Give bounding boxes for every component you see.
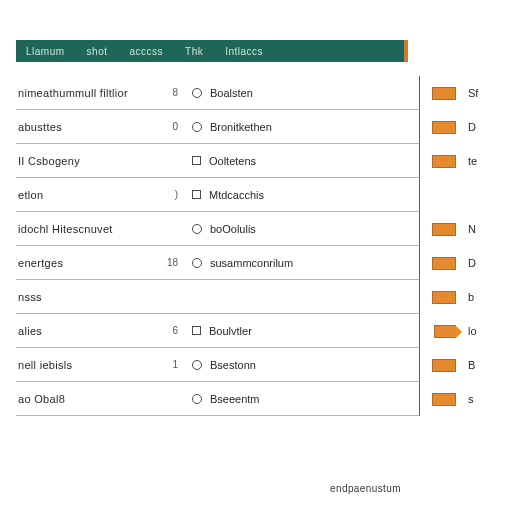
status-block-icon: [432, 359, 456, 372]
row-index: 0: [160, 110, 182, 144]
table-row: idochl HitescnuvetboOolulisN: [16, 212, 496, 246]
row-label: alies: [16, 314, 160, 348]
radio-icon[interactable]: [192, 122, 202, 132]
row-indicator-cell: [420, 178, 460, 212]
table-row: enertges18susammconrilumD: [16, 246, 496, 280]
row-value-cell: Ooltetens: [182, 144, 420, 178]
status-block-icon: [432, 87, 456, 100]
footnote-text: endpaenustum: [330, 483, 401, 494]
status-block-icon: [432, 121, 456, 134]
row-tail-text: B: [460, 348, 504, 382]
table-row: nell iebisls1BsestonnB: [16, 348, 496, 382]
row-label: nimeathummull filtlior: [16, 76, 160, 110]
row-tail-text: s: [460, 382, 504, 416]
row-value-cell: Boalsten: [182, 76, 420, 110]
row-index: [160, 212, 182, 246]
status-block-icon: [432, 223, 456, 236]
row-value-cell: Boulvtler: [182, 314, 420, 348]
row-indicator-cell: [420, 348, 460, 382]
header-col-c: acccss: [129, 46, 163, 57]
checkbox-icon[interactable]: [192, 326, 201, 335]
row-index: ): [160, 178, 182, 212]
spreadsheet-panel: Llamum shot acccss Thk Intlaccs nimeathu…: [0, 0, 512, 512]
row-indicator-cell: [420, 314, 460, 348]
row-label: enertges: [16, 246, 160, 280]
row-label: nsss: [16, 280, 160, 314]
row-tail-text: lo: [460, 314, 504, 348]
row-tail-text: D: [460, 246, 504, 280]
table-row: abusttes0BronitkethenD: [16, 110, 496, 144]
row-indicator-cell: [420, 110, 460, 144]
row-value-cell: boOolulis: [182, 212, 420, 246]
row-value-text: susammconrilum: [210, 257, 293, 269]
row-tail-text: te: [460, 144, 504, 178]
row-value-cell: Bseeentm: [182, 382, 420, 416]
row-indicator-cell: [420, 246, 460, 280]
checkbox-icon[interactable]: [192, 156, 201, 165]
table-row: II CsbogenyOoltetenste: [16, 144, 496, 178]
header-col-d: Thk: [185, 46, 203, 57]
row-value-text: boOolulis: [210, 223, 256, 235]
row-tail-text: b: [460, 280, 504, 314]
row-tail-text: [460, 178, 504, 212]
header-col-e: Intlaccs: [225, 46, 263, 57]
row-indicator-cell: [420, 76, 460, 110]
row-value-cell: [182, 280, 420, 314]
checkbox-icon[interactable]: [192, 190, 201, 199]
row-index: [160, 144, 182, 178]
row-indicator-cell: [420, 280, 460, 314]
row-tail-text: N: [460, 212, 504, 246]
row-index: 8: [160, 76, 182, 110]
row-index: [160, 382, 182, 416]
row-value-text: Bsestonn: [210, 359, 256, 371]
row-value-text: Bseeentm: [210, 393, 260, 405]
table-row: nimeathummull filtlior8BoalstenSf: [16, 76, 496, 110]
table-row: ao Obal8Bseeentms: [16, 382, 496, 416]
row-value-cell: susammconrilum: [182, 246, 420, 280]
table-row: etlon)Mtdcacchis: [16, 178, 496, 212]
row-tail-text: D: [460, 110, 504, 144]
row-value-text: Mtdcacchis: [209, 189, 264, 201]
row-tail-text: Sf: [460, 76, 504, 110]
row-index: [160, 280, 182, 314]
data-table: nimeathummull filtlior8BoalstenSfabustte…: [16, 76, 496, 416]
status-block-icon: [432, 291, 456, 304]
row-label: nell iebisls: [16, 348, 160, 382]
row-value-text: Boalsten: [210, 87, 253, 99]
row-value-cell: Bsestonn: [182, 348, 420, 382]
row-value-text: Boulvtler: [209, 325, 252, 337]
row-label: II Csbogeny: [16, 144, 160, 178]
status-block-icon: [432, 393, 456, 406]
header-col-b: shot: [87, 46, 108, 57]
row-value-cell: Bronitkethen: [182, 110, 420, 144]
header-bar: Llamum shot acccss Thk Intlaccs: [16, 40, 408, 62]
radio-icon[interactable]: [192, 394, 202, 404]
status-arrow-icon: [434, 325, 456, 338]
row-index: 18: [160, 246, 182, 280]
row-value-text: Bronitkethen: [210, 121, 272, 133]
row-value-cell: Mtdcacchis: [182, 178, 420, 212]
row-label: etlon: [16, 178, 160, 212]
status-block-icon: [432, 257, 456, 270]
table-row: nsssb: [16, 280, 496, 314]
row-indicator-cell: [420, 144, 460, 178]
row-indicator-cell: [420, 212, 460, 246]
radio-icon[interactable]: [192, 224, 202, 234]
radio-icon[interactable]: [192, 258, 202, 268]
radio-icon[interactable]: [192, 88, 202, 98]
row-label: ao Obal8: [16, 382, 160, 416]
row-label: abusttes: [16, 110, 160, 144]
header-col-a: Llamum: [26, 46, 65, 57]
row-indicator-cell: [420, 382, 460, 416]
row-value-text: Ooltetens: [209, 155, 256, 167]
row-label: idochl Hitescnuvet: [16, 212, 160, 246]
status-block-icon: [432, 155, 456, 168]
radio-icon[interactable]: [192, 360, 202, 370]
row-index: 1: [160, 348, 182, 382]
table-row: alies6Boulvtlerlo: [16, 314, 496, 348]
row-index: 6: [160, 314, 182, 348]
